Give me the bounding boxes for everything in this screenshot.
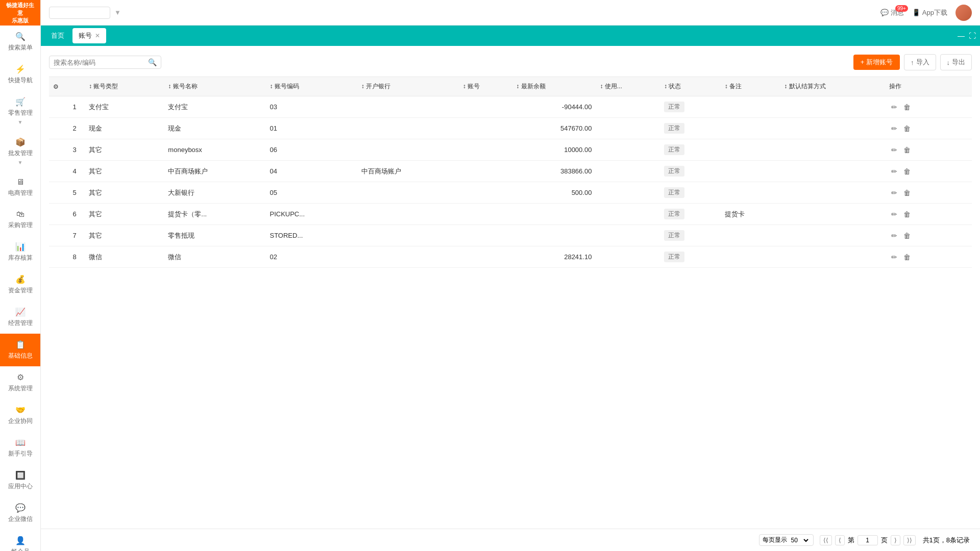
- delete-button-0[interactable]: 🗑: [901, 102, 913, 112]
- sidebar-item-label: 快捷导航: [8, 76, 33, 85]
- accounts-table: ⚙ ↕ 账号类型 ↕ 账号名称 ↕ 账号编码 ↕ 开户银行: [49, 77, 972, 268]
- col-usage[interactable]: ↕ 使用...: [596, 77, 660, 96]
- row-default-settlement-1: [780, 118, 885, 139]
- table-row: 5 其它 大新银行 05 500.00 正常 ✏ 🗑: [49, 182, 972, 204]
- toolbar-right: + 新增账号 ↑ 导入 ↓ 导出: [853, 54, 972, 70]
- row-setting-1: [49, 118, 64, 139]
- first-page-button[interactable]: ⟨⟨: [820, 535, 832, 545]
- tab-home[interactable]: 首页: [45, 28, 70, 43]
- sidebar-item-operation-mgmt[interactable]: 📈 经营管理: [0, 301, 40, 334]
- row-bank-0: [357, 96, 459, 118]
- tab-collapse-button[interactable]: —: [958, 32, 965, 40]
- delete-button-7[interactable]: 🗑: [901, 252, 913, 262]
- delete-button-1[interactable]: 🗑: [901, 123, 913, 134]
- delete-button-3[interactable]: 🗑: [901, 166, 913, 177]
- header-search-dropdown[interactable]: ▼: [114, 9, 121, 16]
- content-toolbar: 🔍 + 新增账号 ↑ 导入 ↓ 导出: [49, 54, 972, 70]
- col-bank-label: ↕ 开户银行: [361, 83, 390, 90]
- sidebar-item-wholesale-mgmt[interactable]: 📦 批发管理 ▼: [0, 131, 40, 171]
- edit-button-1[interactable]: ✏: [889, 123, 899, 134]
- tab-accounts-close[interactable]: ✕: [95, 32, 100, 39]
- prev-page-button[interactable]: ⟨: [835, 535, 845, 545]
- edit-button-6[interactable]: ✏: [889, 231, 899, 241]
- next-page-button[interactable]: ⟩: [891, 535, 900, 545]
- edit-button-5[interactable]: ✏: [889, 209, 899, 219]
- sidebar-item-label: 经营管理: [8, 319, 33, 328]
- sidebar-item-inventory-calc[interactable]: 📊 库存核算: [0, 236, 40, 268]
- col-account-name[interactable]: ↕ 账号名称: [164, 77, 265, 96]
- sidebar-item-member[interactable]: 👤 畅会员: [0, 530, 40, 551]
- search-box: 🔍: [49, 56, 161, 69]
- col-status[interactable]: ↕ 状态: [660, 77, 721, 96]
- row-balance-2: 10000.00: [512, 139, 596, 161]
- page-size-select-input[interactable]: 50 20 100: [789, 536, 810, 544]
- last-page-button[interactable]: ⟩⟩: [903, 535, 916, 545]
- col-account-num[interactable]: ↕ 账号: [459, 77, 512, 96]
- add-account-button[interactable]: + 新增账号: [853, 55, 900, 70]
- row-account-0: [459, 96, 512, 118]
- import-button[interactable]: ↑ 导入: [904, 54, 936, 70]
- row-code-1: 01: [265, 118, 357, 139]
- edit-button-0[interactable]: ✏: [889, 102, 899, 112]
- col-setting[interactable]: ⚙: [49, 77, 64, 96]
- sidebar-item-ecommerce-mgmt[interactable]: 🖥 电商管理: [0, 171, 40, 204]
- edit-button-2[interactable]: ✏: [889, 145, 899, 155]
- row-status-6: 正常: [660, 225, 721, 246]
- sidebar-item-capital-mgmt[interactable]: 💰 资金管理: [0, 268, 40, 301]
- row-actions-2: ✏ 🗑: [885, 139, 972, 161]
- search-icon[interactable]: 🔍: [148, 58, 157, 66]
- row-default-settlement-7: [780, 246, 885, 268]
- user-avatar[interactable]: [955, 5, 972, 21]
- header-search-input[interactable]: [49, 7, 110, 19]
- tab-accounts[interactable]: 账号 ✕: [72, 28, 106, 43]
- edit-button-4[interactable]: ✏: [889, 188, 899, 198]
- sidebar-item-system-mgmt[interactable]: ⚙ 系统管理: [0, 366, 40, 399]
- pagination: ⟨⟨ ⟨ 第 页 ⟩ ⟩⟩ 共1页，8条记录: [820, 535, 970, 545]
- sidebar-item-quick-nav[interactable]: ⚡ 快捷导航: [0, 58, 40, 91]
- search-input[interactable]: [54, 59, 145, 66]
- delete-button-2[interactable]: 🗑: [901, 145, 913, 155]
- row-default-settlement-0: [780, 96, 885, 118]
- edit-button-3[interactable]: ✏: [889, 166, 899, 177]
- app-download-button[interactable]: 📱 App下载: [912, 8, 947, 17]
- row-default-settlement-3: [780, 161, 885, 182]
- sidebar-item-label: 系统管理: [8, 384, 33, 393]
- col-default-settlement[interactable]: ↕ 默认结算方式: [780, 77, 885, 96]
- export-button[interactable]: ↓ 导出: [940, 54, 972, 70]
- row-status-0: 正常: [660, 96, 721, 118]
- sidebar-item-newbie-guide[interactable]: 📖 新手引导: [0, 432, 40, 464]
- row-name-0: 支付宝: [164, 96, 265, 118]
- page-size-selector[interactable]: 每页显示 50 20 100: [759, 534, 814, 546]
- row-balance-0: -90444.00: [512, 96, 596, 118]
- col-usage-label: ↕ 使用...: [600, 83, 622, 90]
- delete-button-4[interactable]: 🗑: [901, 188, 913, 198]
- delete-button-5[interactable]: 🗑: [901, 209, 913, 219]
- sidebar-item-app-center[interactable]: 🔲 应用中心: [0, 464, 40, 497]
- sidebar-item-enterprise-agreement[interactable]: 🤝 企业协同: [0, 399, 40, 432]
- table-row: 1 支付宝 支付宝 03 -90444.00 正常 ✏ 🗑: [49, 96, 972, 118]
- row-account-1: [459, 118, 512, 139]
- row-note-4: [721, 182, 780, 204]
- col-note[interactable]: ↕ 备注: [721, 77, 780, 96]
- col-account-code[interactable]: ↕ 账号编码: [265, 77, 357, 96]
- col-bank[interactable]: ↕ 开户银行: [357, 77, 459, 96]
- col-balance[interactable]: ↕ 最新余额: [512, 77, 596, 96]
- sidebar-item-basic-info[interactable]: 📋 基础信息: [0, 334, 40, 366]
- delete-button-6[interactable]: 🗑: [901, 231, 913, 241]
- row-code-6: STORED...: [265, 225, 357, 246]
- edit-button-7[interactable]: ✏: [889, 252, 899, 262]
- row-bank-7: [357, 246, 459, 268]
- tab-expand-button[interactable]: ⛶: [969, 32, 976, 40]
- page-number-input[interactable]: [857, 535, 878, 545]
- row-type-4: 其它: [85, 182, 164, 204]
- table-row: 8 微信 微信 02 28241.10 正常 ✏ 🗑: [49, 246, 972, 268]
- row-account-4: [459, 182, 512, 204]
- sidebar-item-purchase-mgmt[interactable]: 🛍 采购管理: [0, 204, 40, 236]
- message-button[interactable]: 💬 消息 99+: [880, 8, 904, 17]
- sidebar-item-enterprise-wechat[interactable]: 💬 企业微信: [0, 497, 40, 530]
- row-account-7: [459, 246, 512, 268]
- sidebar-item-retail-mgmt[interactable]: 🛒 零售管理 ▼: [0, 91, 40, 131]
- col-account-type[interactable]: ↕ 账号类型: [85, 77, 164, 96]
- sidebar-item-search-menu[interactable]: 🔍 搜索菜单: [0, 26, 40, 58]
- quick-nav-icon: ⚡: [15, 64, 26, 74]
